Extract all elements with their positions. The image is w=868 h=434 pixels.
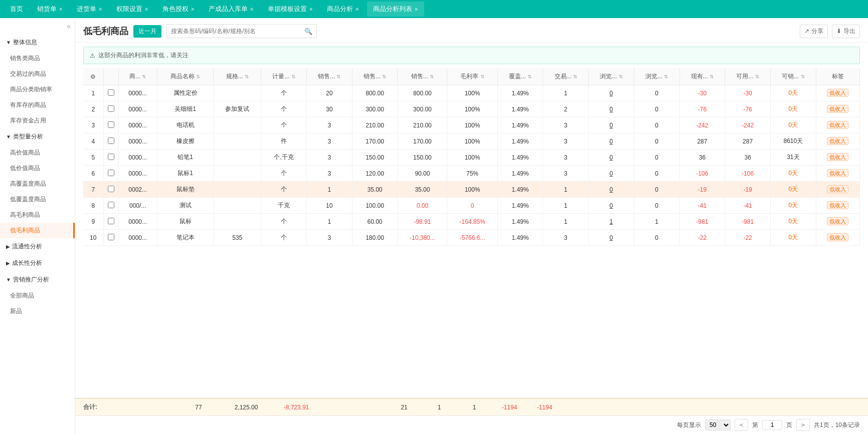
nav-close-icon[interactable]: ✕: [144, 7, 148, 12]
next-page-button[interactable]: ＞: [796, 419, 810, 431]
product-unit: 个: [261, 166, 307, 182]
browse-count-1[interactable]: 0: [589, 198, 634, 214]
row-checkbox[interactable]: [108, 105, 114, 112]
gross-margin: 100%: [447, 117, 497, 133]
export-button[interactable]: ⬇ 导出: [832, 25, 860, 38]
browse-count-1[interactable]: 0: [589, 230, 634, 246]
saleable-days: 0天: [771, 166, 816, 182]
sidebar-item-有库存的商品[interactable]: 有库存的商品: [0, 97, 75, 113]
nav-item-进货单[interactable]: 进货单✕: [71, 2, 108, 17]
nav-close-icon[interactable]: ✕: [309, 7, 313, 12]
col-header-coverage[interactable]: 覆盖... ⇅: [497, 68, 543, 85]
col-header-sales_profit[interactable]: 销售... ⇅: [398, 68, 447, 85]
sidebar-item-高毛利商品[interactable]: 高毛利商品: [0, 207, 75, 223]
nav-close-icon[interactable]: ✕: [59, 7, 63, 12]
col-header-current_stock[interactable]: 现有... ⇅: [679, 68, 725, 85]
col-header-unit[interactable]: 计量... ⇅: [261, 68, 307, 85]
sidebar-item-高价值商品[interactable]: 高价值商品: [0, 145, 75, 161]
gross-margin: 100%: [447, 150, 497, 166]
transaction-count: 1: [543, 198, 589, 214]
product-code: 0000...: [118, 166, 157, 182]
sales-amount: 120.00: [352, 166, 398, 182]
col-header-spec[interactable]: 规格... ⇅: [214, 68, 261, 85]
per-page-label: 每页显示: [677, 421, 701, 429]
sidebar-item-商品分类助销率[interactable]: 商品分类助销率: [0, 82, 75, 97]
browse-count-1[interactable]: 0: [589, 117, 634, 133]
product-tag: 低收入: [816, 101, 859, 117]
browse-count-1[interactable]: 0: [589, 85, 634, 101]
sort-icon: ⇅: [291, 74, 295, 79]
share-button[interactable]: ↗ 分享: [800, 25, 828, 38]
browse-count-1[interactable]: 0: [589, 101, 634, 117]
col-header-browse2[interactable]: 浏览... ⇅: [634, 68, 679, 85]
product-code: 0000...: [118, 133, 157, 150]
sales-amount: 170.00: [352, 133, 398, 150]
coverage-rate: 1.49%: [497, 182, 543, 198]
nav-item-产成品入库单[interactable]: 产成品入库单✕: [203, 2, 260, 17]
sidebar-item-低毛利商品[interactable]: 低毛利商品: [0, 223, 75, 238]
sidebar-group-营销推广分析[interactable]: ▼营销推广分析: [0, 271, 75, 288]
product-unit: 个: [261, 182, 307, 198]
nav-item-首页[interactable]: 首页: [4, 2, 29, 17]
nav-item-商品分析列表[interactable]: 商品分析列表✕: [367, 2, 424, 17]
col-header-name[interactable]: 商品名称 ⇅: [157, 68, 214, 85]
sidebar-item-高覆盖度商品[interactable]: 高覆盖度商品: [0, 176, 75, 192]
col-header-browse1[interactable]: 浏览... ⇅: [589, 68, 634, 85]
sidebar-item-全部商品[interactable]: 全部商品: [0, 288, 75, 304]
row-checkbox[interactable]: [108, 170, 114, 176]
sidebar-item-低价值商品[interactable]: 低价值商品: [0, 161, 75, 176]
sidebar-item-新品[interactable]: 新品: [0, 304, 75, 319]
available-stock: -242: [725, 117, 771, 133]
col-header-code[interactable]: 商... ⇅: [118, 68, 157, 85]
nav-item-商品分析[interactable]: 商品分析✕: [321, 2, 365, 17]
col-header-gross_margin[interactable]: 毛利率 ⇅: [447, 68, 497, 85]
prev-page-button[interactable]: ＜: [735, 419, 748, 431]
search-input[interactable]: [171, 28, 304, 35]
nav-close-icon[interactable]: ✕: [355, 7, 359, 12]
sort-icon: ⇅: [573, 74, 577, 79]
col-header-sales_amount[interactable]: 销售... ⇅: [352, 68, 398, 85]
row-checkbox[interactable]: [108, 202, 114, 208]
sidebar-item-交易过的商品[interactable]: 交易过的商品: [0, 66, 75, 82]
col-header-sales_qty[interactable]: 销售... ⇅: [306, 68, 352, 85]
sidebar-item-低覆盖度商品[interactable]: 低覆盖度商品: [0, 192, 75, 207]
row-checkbox[interactable]: [108, 121, 114, 128]
row-checkbox[interactable]: [108, 218, 114, 224]
row-checkbox[interactable]: [108, 154, 114, 160]
sidebar-group-成长性分析[interactable]: ▶成长性分析: [0, 255, 75, 271]
nav-item-角色授权[interactable]: 角色授权✕: [156, 2, 201, 17]
col-header-available[interactable]: 可用... ⇅: [725, 68, 771, 85]
sidebar-collapse-button[interactable]: «: [0, 18, 75, 34]
sales-amount: 60.00: [352, 214, 398, 230]
row-checkbox[interactable]: [108, 89, 114, 96]
per-page-select[interactable]: 50 100 200: [705, 419, 731, 430]
browse-count-1[interactable]: 0: [589, 150, 634, 166]
sidebar-item-库存资金占用[interactable]: 库存资金占用: [0, 113, 75, 128]
nav-close-icon[interactable]: ✕: [414, 7, 418, 12]
sales-profit: 150.00: [398, 150, 447, 166]
sidebar-item-销售类商品[interactable]: 销售类商品: [0, 51, 75, 66]
nav-item-单据模板设置[interactable]: 单据模板设置✕: [262, 2, 319, 17]
col-header-transaction[interactable]: 交易... ⇅: [543, 68, 589, 85]
row-checkbox[interactable]: [108, 234, 114, 240]
available-stock: 36: [725, 150, 771, 166]
page-number-input[interactable]: [762, 420, 782, 430]
row-checkbox[interactable]: [108, 137, 114, 144]
sidebar-group-类型量分析[interactable]: ▼类型量分析: [0, 128, 75, 145]
col-header-saleable[interactable]: 可销... ⇅: [771, 68, 816, 85]
nav-close-icon[interactable]: ✕: [191, 7, 195, 12]
browse-count-1[interactable]: 0: [589, 166, 634, 182]
nav-item-权限设置[interactable]: 权限设置✕: [110, 2, 154, 17]
nav-close-icon[interactable]: ✕: [98, 7, 102, 12]
coverage-rate: 1.49%: [497, 230, 543, 246]
browse-count-1[interactable]: 1: [589, 214, 634, 230]
sidebar-group-流通性分析[interactable]: ▶流通性分析: [0, 238, 75, 255]
row-checkbox[interactable]: [108, 186, 114, 192]
browse-count-1[interactable]: 0: [589, 133, 634, 150]
date-filter-button[interactable]: 近一月: [133, 25, 161, 38]
row-number: 3: [83, 117, 103, 133]
sidebar-group-整体信息[interactable]: ▼整体信息: [0, 34, 75, 51]
browse-count-1[interactable]: 0: [589, 182, 634, 198]
nav-item-销货单[interactable]: 销货单✕: [31, 2, 69, 17]
nav-close-icon[interactable]: ✕: [250, 7, 254, 12]
